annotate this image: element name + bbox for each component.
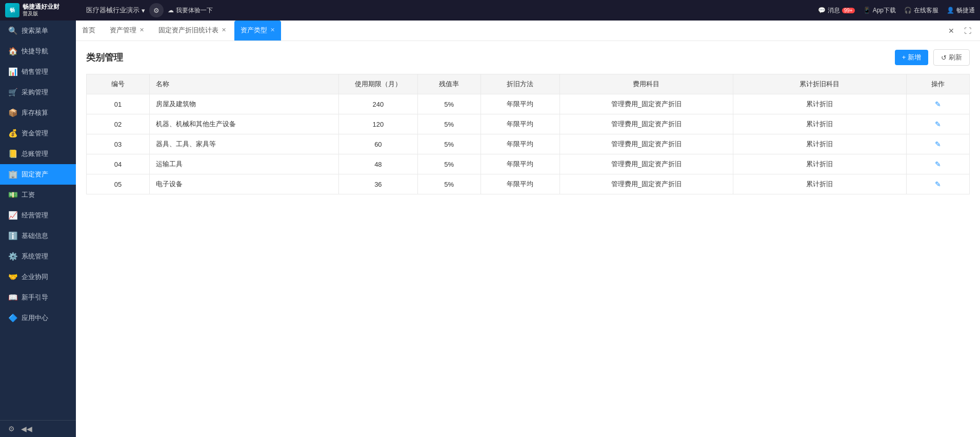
refresh-button[interactable]: ↺ 刷新 [933,49,970,66]
search-icon: 🔍 [8,26,17,35]
feedback-button[interactable]: ☁ 我要体验一下 [168,6,213,15]
edit-button-2[interactable]: ✎ [935,140,941,148]
chevron-down-icon: ▾ [142,7,145,14]
col-header-period: 使用期限（月） [339,74,418,94]
cell-expense-4: 管理费用_固定资产折旧 [559,174,733,194]
cell-period-3: 48 [339,154,418,174]
new-button[interactable]: + 新增 [895,50,928,65]
cell-name-2[interactable]: 器具、工具、家具等 [150,134,339,154]
business-icon: 📈 [8,211,17,220]
cell-expense-2: 管理费用_固定资产折旧 [559,134,733,154]
table-row: 05 电子设备 36 5% 年限平均 管理费用_固定资产折旧 累计折旧 ✎ [87,174,970,194]
cell-period-4: 36 [339,174,418,194]
sidebar-label-ledger: 总账管理 [22,149,48,158]
feedback-icon: ☁ [168,7,174,14]
edit-button-3[interactable]: ✎ [935,160,941,168]
tab-asset-type[interactable]: 资产类型 ✕ [234,21,281,41]
tab-depreciation[interactable]: 固定资产折旧统计表 ✕ [152,21,232,41]
cell-method-4: 年限平均 [481,174,559,194]
capital-icon: 💰 [8,129,17,138]
sidebar-label-salary: 工资 [22,190,35,200]
company-selector[interactable]: 医疗器械行业演示 ▾ [86,6,145,15]
user-icon: 👤 [947,7,954,14]
sidebar-item-guide[interactable]: 📖 新手引导 [0,287,76,308]
page-header: 类别管理 + 新增 ↺ 刷新 [86,49,970,66]
cell-accum-2[interactable]: 累计折旧 [733,134,906,154]
app-download-button[interactable]: 📱 App下载 [863,6,896,15]
enterprise-icon: 🤝 [8,272,17,282]
sidebar-item-basic[interactable]: ℹ️ 基础信息 [0,226,76,246]
content-area: 首页 资产管理 ✕ 固定资产折旧统计表 ✕ 资产类型 ✕ ✕ ⛶ [76,21,980,437]
sidebar-item-fixed[interactable]: 🏢 固定资产 [0,164,76,185]
sidebar-label-guide: 新手引导 [22,293,48,302]
table-row: 03 器具、工具、家具等 60 5% 年限平均 管理费用_固定资产折旧 累计折旧… [87,134,970,154]
sidebar-item-business[interactable]: 📈 经营管理 [0,205,76,226]
edit-button-1[interactable]: ✎ [935,120,941,128]
guide-icon: 📖 [8,293,17,302]
sidebar-item-salary[interactable]: 💵 工资 [0,185,76,205]
cell-code-4: 05 [87,174,150,194]
tab-asset-mgmt-close[interactable]: ✕ [139,27,144,33]
table-row: 04 运输工具 48 5% 年限平均 管理费用_固定资产折旧 累计折旧 ✎ [87,154,970,174]
tab-close-all-button[interactable]: ✕ [945,25,957,37]
app-label: App下载 [873,6,896,15]
sidebar-item-sales[interactable]: 📊 销售管理 [0,62,76,82]
apps-icon: 🔷 [8,313,17,323]
collapse-icon[interactable]: ◀◀ [21,425,32,433]
refresh-icon: ↺ [941,54,947,62]
sidebar-item-search[interactable]: 🔍 搜索菜单 [0,21,76,41]
user-button[interactable]: 👤 畅捷通 [947,6,975,15]
fixed-assets-icon: 🏢 [8,170,17,179]
sidebar-item-purchase[interactable]: 🛒 采购管理 [0,82,76,103]
tab-expand-button[interactable]: ⛶ [962,25,974,37]
logo-sub: 普及版 [23,10,59,17]
logo-text: 畅捷通好业财 [23,3,59,10]
tab-asset-mgmt[interactable]: 资产管理 ✕ [104,21,150,41]
online-service-button[interactable]: 🎧 在线客服 [904,6,938,15]
cell-residual-0: 5% [417,94,481,114]
cell-accum-0[interactable]: 累计折旧 [733,94,906,114]
tab-asset-type-close[interactable]: ✕ [270,27,275,33]
cell-name-4[interactable]: 电子设备 [150,174,339,194]
user-label: 畅捷通 [956,6,975,15]
cell-accum-4[interactable]: 累计折旧 [733,174,906,194]
cell-accum-3[interactable]: 累计折旧 [733,154,906,174]
col-header-expense: 费用科目 [559,74,733,94]
settings-button[interactable]: ⚙ [149,3,164,17]
cell-op-2: ✎ [907,134,970,154]
message-label: 消息 [828,6,840,15]
topbar-right: 💬 消息 99+ 📱 App下载 🎧 在线客服 👤 畅捷通 [818,6,975,15]
sidebar-label-enterprise: 企业协同 [22,272,48,282]
cell-accum-1[interactable]: 累计折旧 [733,114,906,134]
settings-footer-icon[interactable]: ⚙ [8,425,15,433]
salary-icon: 💵 [8,190,17,200]
cell-code-3: 04 [87,154,150,174]
cell-period-1: 120 [339,114,418,134]
cell-code-1: 02 [87,114,150,134]
tab-depreciation-close[interactable]: ✕ [222,27,226,33]
sidebar-item-ledger[interactable]: 📒 总账管理 [0,144,76,164]
category-table: 编号 名称 使用期限（月） 残值率 折旧方法 费用科目 累计折旧科目 操作 01… [86,74,970,194]
sidebar-item-capital[interactable]: 💰 资金管理 [0,123,76,144]
edit-button-4[interactable]: ✎ [935,180,941,188]
sidebar-item-quicknav[interactable]: 🏠 快捷导航 [0,41,76,62]
cell-name-1[interactable]: 机器、机械和其他生产设备 [150,114,339,134]
cell-residual-3: 5% [417,154,481,174]
tab-home[interactable]: 首页 [82,21,102,41]
cell-code-0: 01 [87,94,150,114]
sidebar-label-business: 经营管理 [22,211,48,220]
table-row: 01 房屋及建筑物 240 5% 年限平均 管理费用_固定资产折旧 累计折旧 ✎ [87,94,970,114]
sidebar-item-inventory[interactable]: 📦 库存核算 [0,103,76,123]
message-badge: 99+ [842,8,855,13]
sidebar-item-system[interactable]: ⚙️ 系统管理 [0,246,76,267]
edit-button-0[interactable]: ✎ [935,100,941,108]
sidebar-item-apps[interactable]: 🔷 应用中心 [0,308,76,328]
cell-residual-2: 5% [417,134,481,154]
cell-method-3: 年限平均 [481,154,559,174]
cell-name-0[interactable]: 房屋及建筑物 [150,94,339,114]
cell-name-3[interactable]: 运输工具 [150,154,339,174]
sidebar-item-enterprise[interactable]: 🤝 企业协同 [0,267,76,287]
inventory-icon: 📦 [8,108,17,117]
logo-icon: 畅 [5,3,19,17]
message-button[interactable]: 💬 消息 99+ [818,6,855,15]
